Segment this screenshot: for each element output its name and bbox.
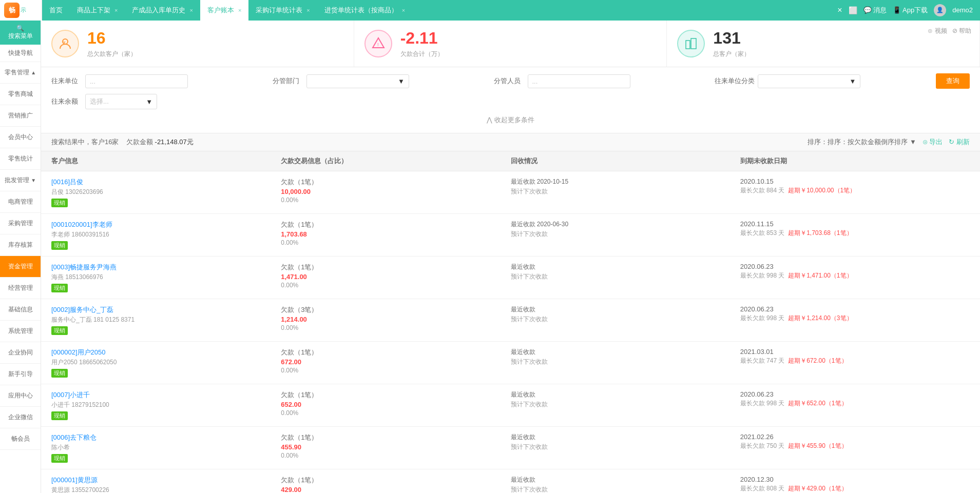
customer-badge: 现销 (51, 199, 68, 207)
tab-production-history-close[interactable]: × (189, 0, 193, 21)
tab-production-history[interactable]: 产成品入库单历史 × (125, 0, 200, 21)
debt-amount-icon: ! (364, 30, 392, 57)
quick-nav[interactable]: 快捷导航 (0, 45, 41, 62)
customer-phone: 黄思源 13552700226 (51, 486, 281, 493)
source-unit-category-dropdown[interactable]: ▼ (758, 74, 860, 88)
search-icon: 🔍 (16, 25, 24, 32)
overdue-link[interactable]: 超期￥429.00（1笔） (788, 485, 847, 492)
overdue-link[interactable]: 超期￥1,214.00（3笔） (788, 314, 852, 322)
overdue-days: 最长欠款 998 天 超期￥652.00（1笔） (740, 399, 970, 408)
customer-name-link[interactable]: [0003]畅捷服务尹海燕 (51, 263, 281, 272)
sidebar-item-purchase-management[interactable]: 采购管理 (0, 213, 41, 234)
sidebar-item-warehouse-accounting[interactable]: 库存核算 (0, 234, 41, 256)
due-date: 2020.10.15 (740, 178, 970, 185)
sidebar-item-batch-management[interactable]: 批发管理 ▼ (0, 170, 41, 191)
table-row: [0016]吕俊 吕俊 13026203696 现销 欠款（1笔） 10,000… (41, 171, 980, 214)
overdue-link[interactable]: 超期￥672.00（1笔） (788, 357, 847, 364)
tab-customer-account[interactable]: 客户账本 × (200, 0, 248, 21)
total-customers-label: 总客户（家） (713, 50, 969, 58)
source-unit-category-label: 往来单位分类 (715, 76, 755, 86)
customer-name-link[interactable]: [000002]用户2050 (51, 348, 281, 357)
sidebar-item-system-management[interactable]: 系统管理 (0, 321, 41, 342)
overdue-days: 最长欠款 808 天 超期￥429.00（1笔） (740, 484, 970, 493)
customer-name-link[interactable]: [0002]服务中心_丁磊 (51, 305, 281, 314)
latest-payment: 最近收款 (511, 476, 740, 484)
sidebar-item-marketing[interactable]: 营销推广 (0, 105, 41, 127)
branch-dept-dropdown[interactable]: ▼ (306, 74, 409, 88)
debt-percent: 0.00% (281, 324, 510, 331)
table-row: [000001]黄思源 黄思源 13552700226 现销 欠款（1笔） 42… (41, 469, 980, 493)
overdue-link[interactable]: 超期￥652.00（1笔） (788, 400, 847, 407)
latest-payment: 最近收款 2020-10-15 (511, 178, 740, 186)
sidebar-item-enterprise-cooperation[interactable]: 企业协同 (0, 342, 41, 364)
message-icon[interactable]: 💬 消息 (863, 6, 887, 15)
customer-badge: 现销 (51, 241, 68, 250)
debt-count: 欠款（1笔） (281, 220, 510, 229)
latest-payment: 最近收款 (511, 433, 740, 442)
tab-products-shelf-close[interactable]: × (114, 0, 118, 21)
debt-amount: 1,471.00 (281, 273, 510, 281)
latest-payment: 最近收款 (511, 348, 740, 357)
app-tag: 示 (21, 6, 26, 14)
app-download-icon[interactable]: 📱 App下载 (893, 6, 928, 15)
customer-name-link[interactable]: [0007]小进千 (51, 390, 281, 400)
due-date: 2021.03.01 (740, 348, 970, 356)
tab-purchase-stats-product-close[interactable]: × (402, 0, 405, 21)
due-date: 2020.12.30 (740, 476, 970, 483)
overdue-link[interactable]: 超期￥1,703.68（1笔） (788, 229, 852, 236)
table-row: [0001020001]李老师 李老师 18600391516 现销 欠款（1笔… (41, 214, 980, 257)
tab-maximize-icon[interactable]: ⬜ (849, 6, 857, 14)
tab-close-all-icon[interactable]: × (837, 6, 842, 15)
debt-percent: 0.00% (281, 239, 510, 246)
source-unit-input[interactable]: ... (85, 74, 188, 88)
customer-name-link[interactable]: [000001]黄思源 (51, 476, 281, 485)
svg-text:¥: ¥ (63, 40, 66, 45)
search-button[interactable]: 查询 (936, 73, 970, 89)
view-video-btn[interactable]: ⊙ 视频 (928, 27, 947, 35)
sidebar-item-ecommerce[interactable]: 电商管理 (0, 191, 41, 213)
sort-down-icon: ▼ (910, 138, 916, 146)
branch-person-input[interactable]: ... (528, 74, 630, 88)
sidebar-item-pro-member[interactable]: 畅会员 (0, 428, 41, 450)
sort-control[interactable]: 排序：排序：按欠款金额倒序排序 ▼ (808, 137, 916, 147)
search-menu[interactable]: 🔍 搜索菜单 (0, 21, 41, 45)
export-button[interactable]: ⊙ 导出 (923, 137, 943, 147)
sidebar-item-app-center[interactable]: 应用中心 (0, 385, 41, 407)
debt-count: 欠款（1笔） (281, 433, 510, 442)
next-payment: 预计下次收款 (511, 187, 740, 196)
customer-phone: 海燕 18513066976 (51, 273, 281, 282)
collapse-up-icon: ⋀ (487, 116, 492, 124)
table-row: [0003]畅捷服务尹海燕 海燕 18513066976 现销 欠款（1笔） 1… (41, 257, 980, 299)
overdue-link[interactable]: 超期￥455.90（1笔） (788, 442, 847, 449)
sidebar-item-capital-management[interactable]: 资金管理 (0, 256, 41, 278)
sidebar-item-basic-info[interactable]: 基础信息 (0, 299, 41, 321)
sidebar-item-business-management[interactable]: 经营管理 (0, 278, 41, 299)
customer-name-link[interactable]: [0016]吕俊 (51, 178, 281, 187)
sidebar-item-retail-management[interactable]: 零售管理 ▲ (0, 62, 41, 84)
collapse-btn[interactable]: ⋀ 收起更多条件 (487, 116, 534, 124)
debt-count: 欠款（1笔） (281, 263, 510, 272)
tab-products-shelf[interactable]: 商品上下架 × (70, 0, 125, 21)
tab-customer-account-close[interactable]: × (238, 0, 241, 21)
table-row: [000002]用户2050 用户2050 18665062050 现销 欠款（… (41, 342, 980, 384)
tab-purchase-order-stats[interactable]: 采购订单统计表 × (248, 0, 317, 21)
user-avatar[interactable]: 👤 (934, 4, 946, 16)
tab-purchase-stats-product[interactable]: 进货单统计表（按商品） × (317, 0, 412, 21)
overdue-link[interactable]: 超期￥10,000.00（1笔） (788, 187, 856, 194)
balance-dropdown[interactable]: 选择... ▼ (85, 94, 157, 109)
sidebar-item-enterprise-wechat[interactable]: 企业微信 (0, 407, 41, 428)
sidebar-item-retail-mall[interactable]: 零售商城 (0, 84, 41, 105)
customer-name-link[interactable]: [0006]去下粮仓 (51, 433, 281, 442)
refresh-button[interactable]: ↻ 刷新 (949, 137, 970, 147)
tab-purchase-order-stats-close[interactable]: × (306, 0, 310, 21)
help-btn[interactable]: ⊘ 帮助 (952, 27, 971, 35)
overdue-link[interactable]: 超期￥1,471.00（1笔） (788, 272, 852, 279)
sidebar-item-new-user-guide[interactable]: 新手引导 (0, 364, 41, 385)
debt-percent: 0.00% (281, 367, 510, 374)
customer-name-link[interactable]: [0001020001]李老师 (51, 220, 281, 229)
col-header-due-date: 到期未收款日期 (740, 156, 970, 166)
tab-home[interactable]: 首页 (42, 0, 70, 21)
sidebar-item-retail-stats[interactable]: 零售统计 (0, 148, 41, 170)
debt-customers-icon: ¥ (51, 30, 79, 57)
sidebar-item-member-center[interactable]: 会员中心 (0, 127, 41, 148)
